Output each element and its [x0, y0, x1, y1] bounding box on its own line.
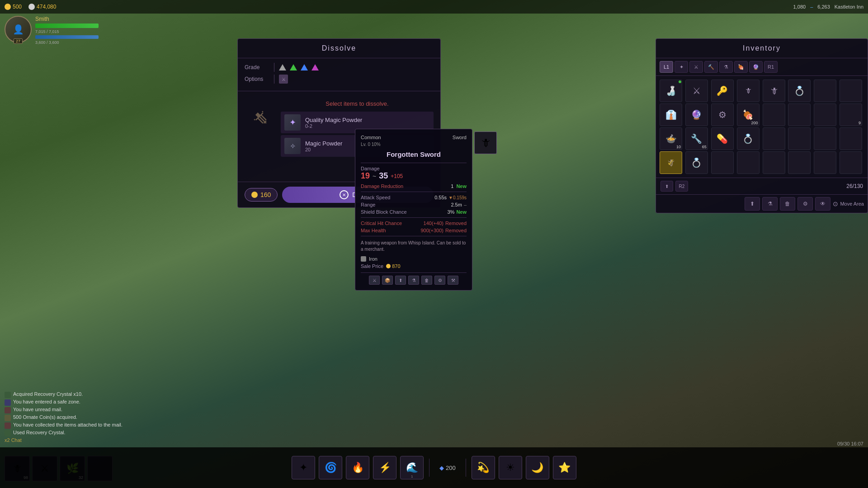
inv-slot-27[interactable]: [737, 151, 760, 174]
inventory-title: Inventory: [656, 39, 868, 58]
ornate-coin-display: 500: [5, 4, 22, 10]
skill-slot-9[interactable]: ⭐: [553, 456, 576, 479]
inv-slot-6[interactable]: [814, 80, 836, 102]
material-qty-1: 0-2: [305, 123, 430, 129]
inv-slot-18[interactable]: 💊: [711, 127, 734, 150]
inv-slot-9[interactable]: 🔮: [685, 103, 708, 126]
inv-tab-l1[interactable]: L1: [660, 61, 673, 73]
inv-slot-25[interactable]: 💍: [685, 151, 708, 174]
action-store[interactable]: 📦: [382, 276, 393, 285]
material-icon: [361, 256, 366, 262]
inv-sort-btn[interactable]: ⬆: [660, 181, 673, 192]
skill-icon-9: ⭐: [558, 462, 571, 474]
skill-slot-8[interactable]: 🌙: [526, 456, 549, 479]
inv-slot-7[interactable]: [840, 80, 862, 102]
inv-tab-alchemy[interactable]: ⚗: [719, 61, 733, 73]
inv-slot-5[interactable]: 💍: [788, 80, 811, 102]
option-divider: [274, 63, 274, 72]
inv-slot-3[interactable]: 🗡: [737, 80, 760, 102]
inv-tab-craft[interactable]: 🔨: [704, 61, 718, 73]
slot-icon-3: 🗡: [745, 87, 752, 95]
inv-slot-16[interactable]: 🍲 10: [660, 127, 682, 150]
inv-inspect-btn[interactable]: 👁: [815, 197, 830, 211]
inv-slot-4[interactable]: 🗡: [763, 80, 785, 102]
skill-slot-1[interactable]: ✦: [292, 456, 315, 479]
shield-block-val: 3% New: [447, 209, 467, 215]
sp-label: 3,600 / 3,600: [35, 40, 99, 45]
inv-slot-17[interactable]: 🔧 65: [685, 127, 708, 150]
inv-auction-btn[interactable]: ⚙: [797, 197, 813, 211]
grade-t2-icon[interactable]: [290, 64, 297, 70]
inv-slot-14[interactable]: [814, 103, 836, 126]
inv-slot-2[interactable]: 🔑: [711, 80, 734, 102]
inv-slot-30[interactable]: [814, 151, 836, 174]
damage-label: Damage: [361, 166, 467, 171]
slot-icon-16: 🍲: [665, 133, 677, 144]
inv-equip-btn[interactable]: ⬆: [745, 197, 760, 211]
action-discard[interactable]: 🗑: [421, 276, 432, 285]
inv-slot-11[interactable]: 🍖 200: [737, 103, 760, 126]
ornate-coin-value: 500: [13, 4, 22, 10]
grade-t1-icon[interactable]: [279, 64, 286, 70]
hud-right: 1,080 – 6,263 Kastleton Inn: [793, 4, 863, 9]
chat-entry: You have entered a safe zone.: [5, 399, 149, 406]
inv-tab-magic[interactable]: 🔮: [749, 61, 763, 73]
inv-slot-24[interactable]: 🗡 ✓: [660, 151, 682, 174]
cost-value: 160: [260, 191, 271, 198]
slot-icon-10: ⚙: [718, 109, 726, 120]
inv-slot-13[interactable]: [788, 103, 811, 126]
cost-display: 160: [245, 188, 278, 202]
slot-icon-19: 💍: [742, 133, 754, 144]
max-hp-val: 900(+300) Removed: [420, 228, 467, 233]
action-enhance[interactable]: ⚗: [408, 276, 419, 285]
skill-slot-3[interactable]: 🔥: [346, 456, 369, 479]
action-craft[interactable]: ⚒: [448, 276, 458, 285]
skill-icon-3: 🔥: [352, 462, 364, 474]
inv-slot-19[interactable]: 💍: [737, 127, 760, 150]
inv-slot-15[interactable]: 9: [840, 103, 862, 126]
inv-slot-23[interactable]: [840, 127, 862, 150]
inv-slot-26[interactable]: [711, 151, 734, 174]
inv-slot-29[interactable]: [788, 151, 811, 174]
inv-dismantle-btn[interactable]: ⚗: [762, 197, 778, 211]
inv-slot-31[interactable]: [840, 151, 862, 174]
skill-slot-2[interactable]: 🌀: [319, 456, 342, 479]
inventory-count: 26/130: [846, 183, 863, 189]
skill-slot-6[interactable]: 💫: [472, 456, 495, 479]
inv-slot-21[interactable]: [788, 127, 811, 150]
attack-speed-label: Attack Speed: [361, 195, 390, 200]
chat-channel[interactable]: x2 Chat: [5, 437, 149, 443]
chat-text-2: You have entered a safe zone.: [13, 399, 80, 404]
grade-t4-icon[interactable]: [311, 64, 319, 70]
inv-trash-btn[interactable]: 🗑: [780, 197, 795, 211]
grade-t3-icon[interactable]: [301, 64, 308, 70]
inv-slot-10[interactable]: ⚙: [711, 103, 734, 126]
inv-tab-all[interactable]: ✦: [675, 61, 688, 73]
grade-row: Grade: [245, 63, 434, 72]
inv-slot-1[interactable]: ⚔: [685, 80, 708, 102]
skill-slot-7[interactable]: ☀: [499, 456, 522, 479]
range-label: Range: [361, 202, 375, 207]
chat-icon-mail: [5, 407, 11, 413]
options-icon[interactable]: ⚔: [279, 75, 288, 84]
skill-slot-5[interactable]: 🌊 1: [400, 456, 424, 479]
crit-val: 140(+40) Removed: [424, 221, 467, 226]
inv-tab-food[interactable]: 🍖: [734, 61, 748, 73]
action-upgrade[interactable]: ⬆: [395, 276, 406, 285]
skill-slot-4[interactable]: ⚡: [373, 456, 396, 479]
inv-filter-btn[interactable]: R2: [675, 181, 688, 192]
inv-slot-0[interactable]: 🍶: [660, 80, 682, 102]
inv-slot-28[interactable]: [763, 151, 785, 174]
inventory-scroll[interactable]: 🍶 ⚔ 🔑 🗡 🗡 💍 👔: [656, 76, 868, 178]
inv-slot-12[interactable]: [763, 103, 785, 126]
inv-slot-8[interactable]: 👔: [660, 103, 682, 126]
action-equip[interactable]: ⚔: [369, 276, 380, 285]
inv-tab-r1[interactable]: R1: [764, 61, 778, 73]
inventory-bottom: ⬆ R2 26/130: [656, 178, 868, 194]
sp-bar: [35, 35, 99, 39]
inv-slot-20[interactable]: [763, 127, 785, 150]
inv-tab-weapon[interactable]: ⚔: [689, 61, 703, 73]
damage-new: 35: [379, 171, 388, 181]
action-settings[interactable]: ⚙: [434, 276, 445, 285]
inv-slot-22[interactable]: [814, 127, 836, 150]
